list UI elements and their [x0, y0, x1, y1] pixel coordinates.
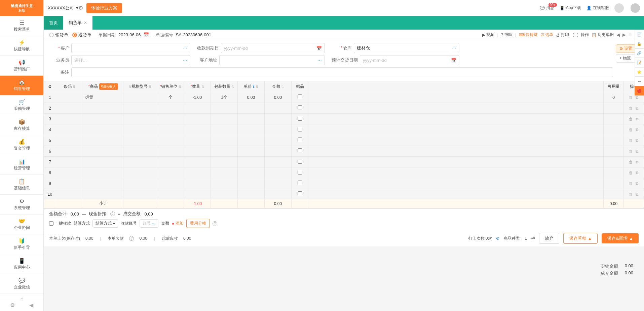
- delete-icon-1[interactable]: 🗑: [629, 106, 633, 111]
- cell-gift-8[interactable]: [292, 178, 308, 189]
- copy-icon-0[interactable]: ⧉: [636, 95, 639, 100]
- gift-checkbox-3[interactable]: [298, 127, 302, 131]
- cell-unit-5[interactable]: [157, 146, 184, 157]
- cell-gift-9[interactable]: [292, 189, 308, 199]
- cell-unit-4[interactable]: [157, 135, 184, 146]
- cell-unit-6[interactable]: [157, 157, 184, 167]
- copy-icon-2[interactable]: ⧉: [636, 117, 639, 121]
- cell-amount-1[interactable]: [265, 103, 292, 114]
- cell-qty-0[interactable]: -1.00: [184, 92, 211, 103]
- cell-remark-1[interactable]: [308, 103, 604, 114]
- cell-unit-2[interactable]: [157, 114, 184, 124]
- sidebar-item-quicknav[interactable]: ⚡ 快捷导航: [0, 36, 43, 56]
- cell-barcode-8[interactable]: [56, 178, 83, 189]
- cell-product-3[interactable]: [83, 124, 123, 135]
- cell-barcode-1[interactable]: [56, 103, 83, 114]
- cell-pkgqty-2[interactable]: [211, 114, 238, 124]
- cell-gift-7[interactable]: [292, 167, 308, 178]
- cell-pkgqty-0[interactable]: 1个: [211, 92, 238, 103]
- right-btn-7[interactable]: 🔴: [635, 86, 644, 95]
- tab-home[interactable]: 首页: [44, 16, 63, 30]
- action-video[interactable]: ▶ 视频: [482, 32, 494, 38]
- add-label[interactable]: 添加: [176, 221, 184, 226]
- salesperson-input[interactable]: 选择... ···: [71, 55, 190, 65]
- delete-icon-8[interactable]: 🗑: [629, 181, 633, 186]
- cell-remark-7[interactable]: [308, 167, 604, 178]
- th-product[interactable]: *商品 扫码录入: [83, 81, 123, 92]
- th-settings[interactable]: ⚙: [44, 81, 56, 92]
- expected-date-input[interactable]: yyyy-mm-dd 📅: [360, 55, 459, 65]
- online-service-btn[interactable]: 👤 在线客服: [586, 5, 609, 11]
- abandon-btn[interactable]: 放弃: [539, 233, 559, 244]
- cell-gift-1[interactable]: [292, 103, 308, 114]
- sidebar-settings-icon[interactable]: ⚙: [10, 302, 15, 308]
- right-btn-4[interactable]: 📝: [635, 58, 644, 67]
- cell-remark-2[interactable]: [308, 114, 604, 124]
- cell-gift-2[interactable]: [292, 114, 308, 124]
- sidebar-item-system[interactable]: ⚙ 系统管理: [0, 195, 43, 215]
- tab-close-icon[interactable]: ✕: [84, 21, 87, 25]
- sidebar-item-inventory[interactable]: 📦 库存核算: [0, 115, 43, 135]
- cell-qty-2[interactable]: [184, 114, 211, 124]
- calendar-icon[interactable]: 📅: [144, 32, 149, 37]
- th-gift[interactable]: 赠品: [292, 81, 308, 92]
- company-selector[interactable]: XXXXXX公司 ▾: [48, 5, 78, 11]
- cell-amount-9[interactable]: [265, 189, 292, 199]
- cell-price-3[interactable]: [238, 124, 265, 135]
- cell-pkgqty-7[interactable]: [211, 167, 238, 178]
- cell-amount-7[interactable]: [265, 167, 292, 178]
- right-btn-5[interactable]: ⭐: [635, 67, 644, 77]
- sidebar-item-appstore[interactable]: 📱 应用中心: [0, 254, 43, 274]
- cell-price-5[interactable]: [238, 146, 265, 157]
- cell-price-8[interactable]: [238, 178, 265, 189]
- sidebar-item-basic[interactable]: 📋 基础信息: [0, 175, 43, 195]
- cell-product-1[interactable]: [83, 103, 123, 114]
- cell-spec-3[interactable]: [123, 124, 157, 135]
- sidebar-item-finance[interactable]: 💰 资金管理: [0, 135, 43, 155]
- right-btn-2[interactable]: 🔒: [635, 39, 644, 48]
- th-unit[interactable]: *销售单位 ⇅: [157, 81, 184, 92]
- cell-unit-3[interactable]: [157, 124, 184, 135]
- app-download-btn[interactable]: 📱 App下载: [560, 5, 581, 11]
- cell-remark-6[interactable]: [308, 157, 604, 167]
- cell-amount-0[interactable]: 0.00: [265, 92, 292, 103]
- debt-help-icon[interactable]: ?: [129, 236, 134, 241]
- onepay-check[interactable]: [49, 221, 53, 226]
- cell-price-4[interactable]: [238, 135, 265, 146]
- cell-price-9[interactable]: [238, 189, 265, 199]
- copy-icon-7[interactable]: ⧉: [636, 170, 639, 175]
- customer-input[interactable]: ···: [71, 43, 190, 53]
- cell-amount-8[interactable]: [265, 178, 292, 189]
- cell-qty-1[interactable]: [184, 103, 211, 114]
- gift-checkbox-5[interactable]: [298, 148, 302, 153]
- th-price[interactable]: 单价 ℹ ⇅: [238, 81, 265, 92]
- cell-amount-2[interactable]: [265, 114, 292, 124]
- action-print[interactable]: 🖨 打印: [556, 32, 569, 38]
- cell-product-9[interactable]: [83, 189, 123, 199]
- cell-unit-7[interactable]: [157, 167, 184, 178]
- copy-icon-9[interactable]: ⧉: [636, 192, 639, 197]
- cell-barcode-0[interactable]: [56, 92, 83, 103]
- th-pkgqty[interactable]: 包装数量 ⇅: [211, 81, 238, 92]
- cell-product-0[interactable]: 拆货: [83, 92, 123, 103]
- split-btn[interactable]: 费用分摊: [186, 219, 210, 228]
- remark-input[interactable]: [71, 67, 613, 77]
- delete-icon-0[interactable]: 🗑: [629, 95, 633, 100]
- avatar2[interactable]: [631, 3, 640, 13]
- cell-remark-4[interactable]: [308, 135, 604, 146]
- copy-icon-6[interactable]: ⧉: [636, 160, 639, 164]
- cell-barcode-7[interactable]: [56, 167, 83, 178]
- logistics-btn[interactable]: + 物流: [616, 54, 636, 63]
- cell-pkgqty-5[interactable]: [211, 146, 238, 157]
- th-spec[interactable]: ⇅规格型号 ⇅: [123, 81, 157, 92]
- cell-price-6[interactable]: [238, 157, 265, 167]
- next-icon[interactable]: ▶: [622, 32, 626, 37]
- trial-btn[interactable]: 体验行业方案: [86, 3, 122, 13]
- cell-remark-5[interactable]: [308, 146, 604, 157]
- gift-checkbox-8[interactable]: [298, 181, 302, 185]
- cell-gift-3[interactable]: [292, 124, 308, 135]
- tab-salesorder[interactable]: 销货单 ✕: [63, 16, 92, 30]
- cell-price-2[interactable]: [238, 114, 265, 124]
- cell-pkgqty-9[interactable]: [211, 189, 238, 199]
- gift-checkbox-9[interactable]: [298, 191, 302, 196]
